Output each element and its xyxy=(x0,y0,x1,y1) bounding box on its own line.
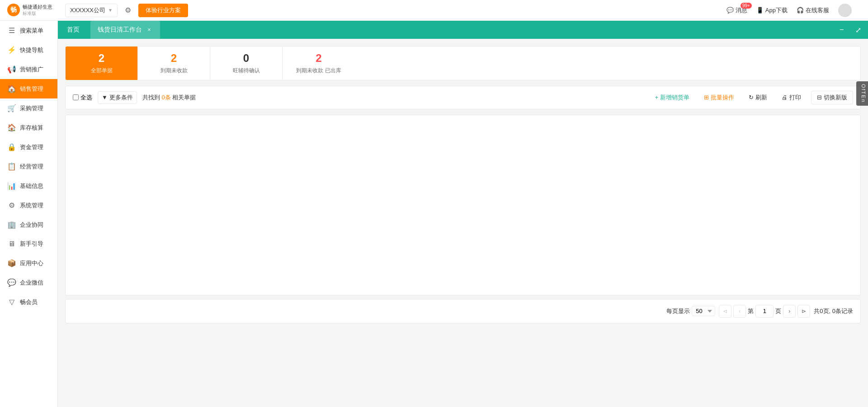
page-input[interactable] xyxy=(755,305,774,318)
found-suffix: 相关单据 xyxy=(172,94,196,101)
trial-button[interactable]: 体验行业方案 xyxy=(138,4,188,17)
company-name: XXXXXX公司 xyxy=(70,6,105,14)
inventory-icon: 🏠 xyxy=(7,123,16,132)
stats-tabs: 2 全部单据 2 到期未收款 0 旺辅待确认 2 到期未收款 已出库 xyxy=(65,46,861,80)
filter-icon: ▼ xyxy=(102,94,108,101)
tab-bar: 首页 钱货日清工作台 × − ⤢ xyxy=(58,21,868,39)
system-icon: ⚙ xyxy=(7,201,16,210)
prev-page-btn[interactable]: ‹ xyxy=(733,305,746,318)
page-nav: ⊲ ‹ 第 页 › ⊳ xyxy=(719,305,810,318)
sidebar-item-weixin[interactable]: 💬 企业微信 xyxy=(0,273,57,292)
app-center-icon: 📦 xyxy=(7,259,16,267)
finance-icon: 🔒 xyxy=(7,143,16,151)
top-header: 畅 畅捷通好生意 标准版 XXXXXX公司 ▼ ⚙ 体验行业方案 💬 消息 99… xyxy=(0,0,868,21)
logo-text: 畅捷通好生意 xyxy=(23,4,52,10)
page-size-select: 每页显示 10 20 50 100 xyxy=(666,306,715,316)
switch-label: 切换新版 xyxy=(824,94,847,102)
sidebar-guide-label: 新手引导 xyxy=(20,240,43,248)
batch-label: 批量操作 xyxy=(711,94,734,102)
sidebar-item-basic-info[interactable]: 📊 基础信息 xyxy=(0,176,57,196)
sidebar-item-search[interactable]: ☰ 搜索菜单 xyxy=(0,21,57,40)
sidebar-item-operations[interactable]: 📋 经营管理 xyxy=(0,157,57,176)
main-content: 2 全部单据 2 到期未收款 0 旺辅待确认 2 到期未收款 已出库 全选 ▼ … xyxy=(58,39,868,407)
batch-icon: ⊞ xyxy=(704,94,709,101)
sidebar-item-marketing[interactable]: 📢 营销推广 xyxy=(0,60,57,79)
switch-icon: ⊟ xyxy=(817,94,822,101)
tab-work-bench-label: 钱货日清工作台 xyxy=(98,26,142,34)
sidebar-marketing-label: 营销推广 xyxy=(20,65,43,74)
stats-tab-overdue-shipped[interactable]: 2 到期未收款 已出库 xyxy=(283,47,355,80)
new-order-btn[interactable]: + 新增销货单 xyxy=(651,91,694,104)
found-text: 共找到 0条 相关单据 xyxy=(142,94,196,102)
page-label-text: 第 xyxy=(748,307,754,315)
operations-icon: 📋 xyxy=(7,162,16,171)
refresh-label: 刷新 xyxy=(755,94,767,102)
sidebar-item-guide[interactable]: 🖥 新手引导 xyxy=(0,234,57,253)
found-count: 0条 xyxy=(162,94,171,101)
logo-sub: 标准版 xyxy=(23,10,52,17)
online-service-btn[interactable]: 🎧 在线客服 xyxy=(797,6,829,14)
stats-tab-overdue-shipped-label: 到期未收款 已出库 xyxy=(290,67,348,75)
print-btn[interactable]: 🖨 打印 xyxy=(777,91,806,104)
sidebar-basic-info-label: 基础信息 xyxy=(20,182,43,190)
stats-tab-wangwang-label: 旺辅待确认 xyxy=(217,67,275,75)
enterprise-icon: 🏢 xyxy=(7,220,16,229)
per-page-dropdown[interactable]: 10 20 50 100 xyxy=(692,306,715,316)
stats-tab-overdue[interactable]: 2 到期未收款 xyxy=(138,47,210,80)
message-btn[interactable]: 💬 消息 99+ xyxy=(726,6,747,14)
app-download-btn[interactable]: 📱 App下载 xyxy=(756,6,788,14)
page-label-unit: 页 xyxy=(775,307,781,315)
download-icon: 📱 xyxy=(756,7,764,14)
sidebar-enterprise-label: 企业协同 xyxy=(20,221,43,229)
message-badge: 99+ xyxy=(741,3,752,9)
sidebar-item-quick-nav[interactable]: ⚡ 快捷导航 xyxy=(0,40,57,60)
sidebar: ☰ 搜索菜单 ⚡ 快捷导航 📢 营销推广 🏠 销售管理 🛒 采购管理 🏠 库存核… xyxy=(0,21,58,407)
sidebar-item-finance[interactable]: 🔒 资金管理 xyxy=(0,137,57,157)
sidebar-item-app-center[interactable]: 📦 应用中心 xyxy=(0,253,57,273)
sidebar-item-purchase[interactable]: 🛒 采购管理 xyxy=(0,98,57,118)
sidebar-finance-label: 资金管理 xyxy=(20,143,43,151)
per-page-label: 每页显示 xyxy=(666,307,690,315)
batch-btn[interactable]: ⊞ 批量操作 xyxy=(699,91,739,104)
tab-maximize-btn[interactable]: ⤢ xyxy=(852,23,864,36)
sidebar-item-enterprise[interactable]: 🏢 企业协同 xyxy=(0,215,57,234)
toolbar-right: + 新增销货单 ⊞ 批量操作 ↻ 刷新 🖨 打印 ⊟ 切换新版 xyxy=(651,91,853,104)
filter-label: 更多条件 xyxy=(109,94,133,102)
found-prefix: 共找到 xyxy=(142,94,160,101)
sidebar-item-member[interactable]: ▽ 畅会员 xyxy=(0,292,57,312)
tab-minimize-btn[interactable]: − xyxy=(835,23,848,36)
message-icon: 💬 xyxy=(726,7,734,14)
next-page-btn[interactable]: › xyxy=(783,305,796,318)
total-text: 共0页, 0条记录 xyxy=(814,307,853,315)
select-all-input[interactable] xyxy=(73,94,79,100)
switch-new-btn[interactable]: ⊟ 切换新版 xyxy=(811,91,853,104)
print-icon: 🖨 xyxy=(782,94,788,101)
sidebar-search-label: 搜索菜单 xyxy=(20,27,43,35)
last-page-btn[interactable]: ⊳ xyxy=(797,305,810,318)
weixin-icon: 💬 xyxy=(7,278,16,287)
tab-work-bench[interactable]: 钱货日清工作台 × xyxy=(90,21,160,39)
tab-home[interactable]: 首页 xyxy=(58,21,89,39)
sidebar-inventory-label: 库存核算 xyxy=(20,124,43,132)
select-all-checkbox[interactable]: 全选 xyxy=(73,94,92,102)
often-label[interactable]: OfTEn xyxy=(856,81,868,106)
guide-icon: 🖥 xyxy=(7,240,16,248)
sidebar-item-system[interactable]: ⚙ 系统管理 xyxy=(0,196,57,215)
select-all-label: 全选 xyxy=(80,94,92,102)
stats-tab-wangwang[interactable]: 0 旺辅待确认 xyxy=(210,47,283,80)
avatar[interactable] xyxy=(838,4,852,17)
marketing-icon: 📢 xyxy=(7,65,16,74)
sidebar-system-label: 系统管理 xyxy=(20,201,43,210)
filter-btn[interactable]: ▼ 更多条件 xyxy=(98,91,137,104)
sidebar-item-sales[interactable]: 🏠 销售管理 xyxy=(0,79,57,98)
settings-icon[interactable]: ⚙ xyxy=(121,4,135,17)
logo-area: 畅 畅捷通好生意 标准版 xyxy=(7,4,65,16)
sidebar-item-inventory[interactable]: 🏠 库存核算 xyxy=(0,118,57,137)
company-selector[interactable]: XXXXXX公司 ▼ xyxy=(65,4,118,17)
logo-icon: 畅 xyxy=(7,4,20,16)
first-page-btn[interactable]: ⊲ xyxy=(719,305,731,318)
tab-close-icon[interactable]: × xyxy=(146,26,153,33)
refresh-btn[interactable]: ↻ 刷新 xyxy=(744,91,772,104)
service-icon: 🎧 xyxy=(797,7,804,14)
stats-tab-all[interactable]: 2 全部单据 xyxy=(66,47,138,80)
